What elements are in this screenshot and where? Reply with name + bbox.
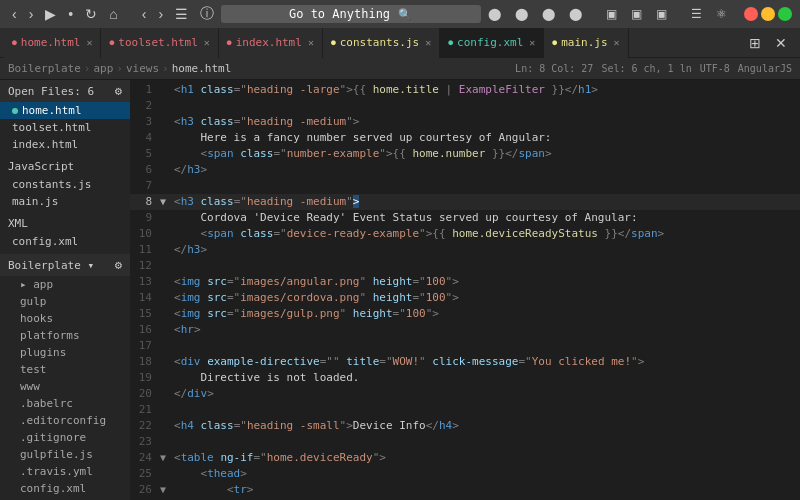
circle-btn-2[interactable]: ⬤ bbox=[510, 5, 533, 23]
code-line-22: 22 <h4 class="heading -small">Device Inf… bbox=[130, 418, 800, 434]
tab-label: constants.js bbox=[340, 36, 419, 49]
file-label: home.html bbox=[22, 104, 82, 117]
window-controls: ⬤ ⬤ ⬤ ⬤ ▣ ▣ ▣ ☰ ⚛ bbox=[483, 5, 792, 23]
selection-info: Sel: 6 ch, 1 ln bbox=[601, 63, 691, 74]
breadcrumb-views[interactable]: views bbox=[126, 62, 159, 75]
next-button[interactable]: › bbox=[154, 4, 167, 24]
tab-close-index[interactable]: ✕ bbox=[308, 37, 314, 48]
sidebar-item-index-html[interactable]: index.html bbox=[0, 136, 130, 153]
tab-close-home[interactable]: ✕ bbox=[86, 37, 92, 48]
layout-btn-1[interactable]: ▣ bbox=[601, 5, 622, 23]
tab-extras: ⊞ ✕ bbox=[744, 33, 800, 53]
editor-content: 1 <h1 class="heading -large">{{ home.tit… bbox=[130, 80, 800, 500]
cursor-position: Ln: 8 Col: 27 bbox=[515, 63, 593, 74]
tab-main-js[interactable]: ● main.js ✕ bbox=[544, 28, 628, 58]
line-number-5: 5 bbox=[130, 146, 160, 162]
sidebar-item-config-xml[interactable]: config.xml bbox=[0, 233, 130, 250]
title-search-bar[interactable]: Go to Anything 🔍 bbox=[221, 5, 481, 23]
forward-button[interactable]: › bbox=[25, 4, 38, 24]
line-number-23: 23 bbox=[130, 434, 160, 450]
go-button[interactable]: ▶ bbox=[41, 4, 60, 24]
framework: AngularJS bbox=[738, 63, 792, 74]
sidebar-item-gulp[interactable]: gulp bbox=[0, 293, 130, 310]
code-line-4: 4 Here is a fancy number served up court… bbox=[130, 130, 800, 146]
sidebar-item-www[interactable]: www bbox=[0, 378, 130, 395]
tab-close-main[interactable]: ✕ bbox=[614, 37, 620, 48]
status-bar: Ln: 8 Col: 27 Sel: 6 ch, 1 ln UTF-8 Angu… bbox=[515, 63, 792, 74]
atom-icon[interactable]: ⚛ bbox=[711, 5, 732, 23]
file-dot bbox=[12, 108, 18, 114]
layout-btn-2[interactable]: ▣ bbox=[626, 5, 647, 23]
sidebar-item-config[interactable]: config.xml bbox=[0, 480, 130, 497]
code-line-15: 15 <img src="images/gulp.png" height="10… bbox=[130, 306, 800, 322]
breadcrumb-app[interactable]: app bbox=[93, 62, 113, 75]
circle-btn-1[interactable]: ⬤ bbox=[483, 5, 506, 23]
boilerplate-gear-icon[interactable]: ⚙ bbox=[115, 258, 122, 272]
close-button[interactable] bbox=[744, 7, 758, 21]
sidebar-item-test[interactable]: test bbox=[0, 361, 130, 378]
home-button[interactable]: ⌂ bbox=[105, 4, 121, 24]
prev-button[interactable]: ‹ bbox=[138, 4, 151, 24]
nav-controls: ‹ › ▶ • ↻ ⌂ ‹ › ☰ ⓘ bbox=[8, 3, 218, 25]
line-number-21: 21 bbox=[130, 402, 160, 418]
refresh-button[interactable]: ↻ bbox=[81, 4, 101, 24]
code-line-5: 5 <span class="number-example">{{ home.n… bbox=[130, 146, 800, 162]
sidebar-item-app[interactable]: ▸ app bbox=[0, 276, 130, 293]
tab-dot: ● bbox=[448, 38, 453, 47]
xml-section-header[interactable]: XML bbox=[0, 214, 130, 233]
encoding: UTF-8 bbox=[700, 63, 730, 74]
layout-btn-3[interactable]: ▣ bbox=[651, 5, 672, 23]
sidebar-item-editorconfig[interactable]: .editorconfig bbox=[0, 412, 130, 429]
sidebar-item-toolset-html[interactable]: toolset.html bbox=[0, 119, 130, 136]
tab-index-html[interactable]: ● index.html ✕ bbox=[219, 28, 323, 58]
sidebar-item-gulpfile[interactable]: gulpfile.js bbox=[0, 446, 130, 463]
maximize-button[interactable] bbox=[778, 7, 792, 21]
tab-close-toolset[interactable]: ✕ bbox=[204, 37, 210, 48]
circle-btn-3[interactable]: ⬤ bbox=[537, 5, 560, 23]
sidebar-item-main-js[interactable]: main.js bbox=[0, 193, 130, 210]
back-button[interactable]: ‹ bbox=[8, 4, 21, 24]
tab-constants-js[interactable]: ● constants.js ✕ bbox=[323, 28, 440, 58]
line-number-17: 17 bbox=[130, 338, 160, 354]
javascript-section-header[interactable]: JavaScript bbox=[0, 157, 130, 176]
sidebar-item-travis[interactable]: .travis.yml bbox=[0, 463, 130, 480]
minimize-button[interactable] bbox=[761, 7, 775, 21]
code-editor[interactable]: 1 <h1 class="heading -large">{{ home.tit… bbox=[130, 80, 800, 500]
sidebar-item-constants-js[interactable]: constants.js bbox=[0, 176, 130, 193]
sidebar-item-babelrc[interactable]: .babelrc bbox=[0, 395, 130, 412]
stop-button[interactable]: • bbox=[64, 4, 77, 24]
tab-label: index.html bbox=[236, 36, 302, 49]
code-line-14: 14 <img src="images/cordova.png" height=… bbox=[130, 290, 800, 306]
breadcrumb-sep-1: › bbox=[84, 62, 91, 75]
breadcrumb-boilerplate[interactable]: Boilerplate bbox=[8, 62, 81, 75]
menu-button[interactable]: ☰ bbox=[171, 4, 192, 24]
line-number-20: 20 bbox=[130, 386, 160, 402]
line-code-3: <h3 class="heading -medium"> bbox=[174, 114, 800, 130]
split-editor-button[interactable]: ⊞ bbox=[744, 33, 766, 53]
sidebar-item-hooks[interactable]: hooks bbox=[0, 310, 130, 327]
tab-config-xml[interactable]: ● config.xml ✕ bbox=[440, 28, 544, 58]
line-number-25: 25 bbox=[130, 466, 160, 482]
line-code-1: <h1 class="heading -large">{{ home.title… bbox=[174, 82, 800, 98]
line-number-18: 18 bbox=[130, 354, 160, 370]
line-code-22: <h4 class="heading -small">Device Info</… bbox=[174, 418, 800, 434]
open-files-gear-icon[interactable]: ⚙ bbox=[115, 84, 122, 98]
hamburger-menu[interactable]: ☰ bbox=[686, 5, 707, 23]
close-all-button[interactable]: ✕ bbox=[770, 33, 792, 53]
line-arrow-24: ▼ bbox=[160, 450, 174, 466]
info-button[interactable]: ⓘ bbox=[196, 3, 218, 25]
code-line-25: 25 <thead> bbox=[130, 466, 800, 482]
breadcrumb-file[interactable]: home.html bbox=[172, 62, 232, 75]
tab-dot: ● bbox=[12, 38, 17, 47]
sidebar-item-plugins[interactable]: plugins bbox=[0, 344, 130, 361]
tab-toolset-html[interactable]: ● toolset.html ✕ bbox=[101, 28, 218, 58]
sidebar-item-gitignore[interactable]: .gitignore bbox=[0, 429, 130, 446]
circle-btn-4[interactable]: ⬤ bbox=[564, 5, 587, 23]
title-bar: ‹ › ▶ • ↻ ⌂ ‹ › ☰ ⓘ Go to Anything 🔍 ⬤ ⬤… bbox=[0, 0, 800, 28]
sidebar-item-platforms[interactable]: platforms bbox=[0, 327, 130, 344]
tab-close-constants[interactable]: ✕ bbox=[425, 37, 431, 48]
sidebar-item-home-html[interactable]: home.html bbox=[0, 102, 130, 119]
tab-close-config[interactable]: ✕ bbox=[529, 37, 535, 48]
tab-home-html[interactable]: ● home.html ✕ bbox=[4, 28, 101, 58]
line-code-20: </div> bbox=[174, 386, 800, 402]
